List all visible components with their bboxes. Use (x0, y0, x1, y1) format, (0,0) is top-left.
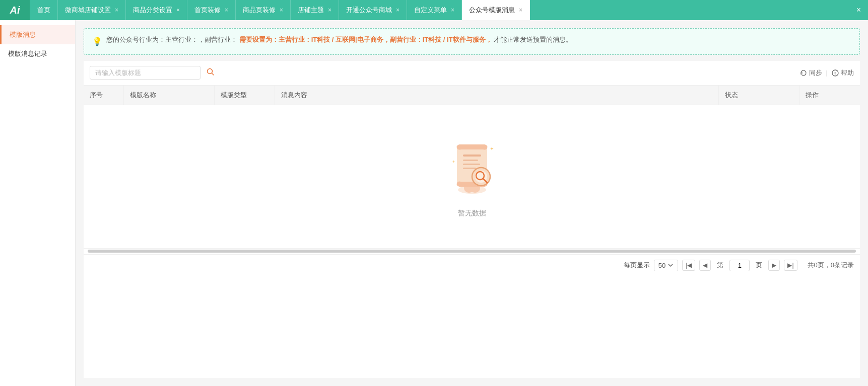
pagination: 每页显示 50 |◀ ◀ 第 页 ▶ ▶| 共0页，0条记录 (84, 254, 860, 276)
sidebar-item-template-msg[interactable]: 模版消息 (0, 25, 75, 44)
sync-icon (800, 69, 807, 76)
nav-item-store-theme[interactable]: 店铺主题 × (291, 0, 339, 20)
col-header-type: 模版类型 (215, 86, 275, 105)
first-page-button[interactable]: |◀ (682, 260, 695, 271)
global-close-button[interactable]: × (849, 0, 868, 20)
close-custom-menu[interactable]: × (451, 7, 454, 14)
nav-item-store-settings[interactable]: 微商城店铺设置 × (58, 0, 126, 20)
help-button[interactable]: ? 帮助 (832, 68, 854, 78)
total-info: 共0页，0条记录 (808, 261, 854, 270)
top-navigation: Ai 首页 微商城店铺设置 × 商品分类设置 × 首页装修 × 商品页装修 × … (0, 0, 868, 20)
table-container: 同步 | ? 帮助 序号 (84, 61, 860, 378)
svg-text:✦: ✦ (452, 160, 455, 164)
main-layout: 模版消息 模版消息记录 💡 您的公众号行业为：主营行业：，副营行业： 需要设置为… (0, 20, 868, 386)
col-header-action: 操作 (799, 86, 860, 105)
content-area: 💡 您的公众号行业为：主营行业：，副营行业： 需要设置为：主营行业：IT科技 /… (76, 20, 868, 386)
col-header-name: 模版名称 (124, 86, 215, 105)
prev-page-button[interactable]: ◀ (699, 260, 711, 271)
close-open-store[interactable]: × (396, 7, 399, 14)
scrollbar-track[interactable] (88, 250, 856, 253)
notice-icon: 💡 (92, 35, 102, 48)
search-right: 同步 | ? 帮助 (800, 68, 854, 78)
close-template-message[interactable]: × (519, 7, 522, 14)
sidebar-item-template-msg-log[interactable]: 模版消息记录 (0, 44, 75, 63)
close-store-theme[interactable]: × (328, 7, 331, 14)
col-header-content: 消息内容 (275, 86, 719, 105)
nav-item-category-settings[interactable]: 商品分类设置 × (126, 0, 187, 20)
svg-text:?: ? (834, 71, 837, 75)
search-bar: 同步 | ? 帮助 (84, 61, 860, 86)
svg-text:✦: ✦ (490, 146, 494, 151)
page-size-label: 每页显示 (624, 261, 650, 270)
col-header-status: 状态 (719, 86, 799, 105)
next-page-button[interactable]: ▶ (768, 260, 780, 271)
close-category-settings[interactable]: × (176, 7, 180, 14)
svg-rect-5 (463, 155, 481, 157)
close-store-settings[interactable]: × (115, 7, 118, 14)
close-product-decor[interactable]: × (280, 7, 283, 14)
empty-state: ✦ ✦ 暂无数据 (84, 105, 860, 248)
sync-button[interactable]: 同步 (800, 68, 822, 78)
close-home-decor[interactable]: × (225, 7, 228, 14)
table-header: 序号 模版名称 模版类型 消息内容 状态 操作 (84, 86, 860, 105)
col-header-index: 序号 (84, 86, 124, 105)
divider: | (826, 69, 828, 76)
svg-rect-6 (463, 160, 478, 161)
notice-box: 💡 您的公众号行业为：主营行业：，副营行业： 需要设置为：主营行业：IT科技 /… (84, 28, 860, 55)
search-left (90, 66, 217, 80)
last-page-button[interactable]: ▶| (784, 260, 797, 271)
sidebar: 模版消息 模版消息记录 (0, 20, 76, 386)
svg-line-1 (212, 73, 214, 75)
page-size-select[interactable]: 50 (654, 260, 678, 271)
nav-item-home-decor[interactable]: 首页装修 × (187, 0, 236, 20)
chevron-down-icon (667, 262, 674, 268)
app-logo: Ai (0, 0, 30, 20)
empty-illustration: ✦ ✦ (442, 135, 502, 201)
nav-item-product-decor[interactable]: 商品页装修 × (236, 0, 291, 20)
notice-text: 您的公众号行业为：主营行业：，副营行业： 需要设置为：主营行业：IT科技 / 互… (106, 35, 572, 45)
empty-text: 暂无数据 (458, 209, 486, 218)
nav-item-template-message[interactable]: 公众号模版消息 × (462, 0, 530, 20)
help-icon: ? (832, 69, 839, 76)
svg-rect-8 (463, 168, 476, 169)
scrollbar-area[interactable] (84, 248, 860, 254)
search-input[interactable] (90, 66, 201, 80)
nav-item-home[interactable]: 首页 (30, 0, 58, 20)
svg-rect-7 (463, 164, 480, 165)
search-icon (207, 68, 215, 76)
nav-item-open-store[interactable]: 开通公众号商城 × (339, 0, 407, 20)
page-number-input[interactable] (729, 260, 750, 271)
search-button[interactable] (205, 66, 217, 80)
nav-item-custom-menu[interactable]: 自定义菜单 × (407, 0, 462, 20)
